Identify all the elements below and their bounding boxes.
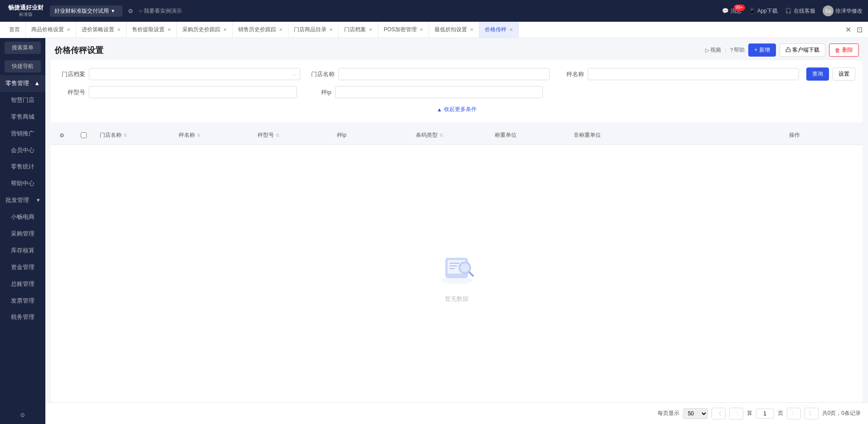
help-icon: ? — [730, 47, 733, 53]
table-col-3: 秤ip — [332, 128, 410, 143]
sidebar-item-13[interactable]: 发票管理 — [0, 293, 45, 309]
app-subtitle: 标准版 — [19, 11, 33, 18]
version-selector[interactable]: 好业财标准版交付试用 ▾ — [50, 5, 122, 17]
tab-close-10[interactable]: ✕ — [509, 27, 513, 32]
collapse-row: ▲ 收起更多条件 — [58, 104, 855, 115]
add-button[interactable]: + 新增 — [748, 43, 775, 57]
table-col-4[interactable]: 条码类型⇅ — [410, 128, 489, 143]
search-menu-button[interactable]: 搜索菜单 — [5, 42, 41, 54]
tab-close-7[interactable]: ✕ — [369, 27, 372, 32]
tab-5[interactable]: 销售历史价跟踪✕ — [233, 22, 288, 38]
sort-icon-1: ⇅ — [197, 133, 200, 138]
tab-10[interactable]: 价格传秤✕ — [479, 22, 519, 38]
sidebar-item-12[interactable]: 总账管理 — [0, 276, 45, 293]
tab-close-8[interactable]: ✕ — [419, 27, 423, 32]
sidebar-item-6[interactable]: 帮助中心 — [0, 175, 45, 192]
tab-close-1[interactable]: ✕ — [67, 27, 70, 32]
tab-1[interactable]: 商品价格设置✕ — [26, 22, 76, 38]
store-file-input[interactable] — [89, 68, 300, 80]
page-actions: ▷ 视频 | ? 帮助 + 新增 凸 客户端下载 🗑 删除 — [705, 43, 859, 57]
next-page-button[interactable]: 〉 — [787, 408, 801, 419]
sidebar-item-2[interactable]: 零售商城 — [0, 109, 45, 125]
prev-page-button[interactable]: 〈 — [729, 408, 743, 419]
demo-link[interactable]: ○ 我要看实例演示 — [139, 7, 182, 15]
divider: | — [725, 47, 726, 53]
sidebar-item-label-9: 采购管理 — [11, 230, 34, 238]
ellipsis-icon[interactable]: ··· — [292, 71, 297, 77]
filter-row-2: 秤型号 秤ip — [58, 86, 855, 98]
online-service-button[interactable]: 🎧 在线客服 — [785, 7, 815, 15]
sidebar-item-label-8: 小畅电商 — [11, 213, 34, 221]
collapse-button[interactable]: ▲ 收起更多条件 — [435, 104, 478, 115]
checkbox-all[interactable] — [81, 132, 87, 138]
sidebar: 搜索菜单 快捷导航 零售管理▲智慧门店零售商城营销推广会员中心零售统计帮助中心批… — [0, 38, 45, 424]
last-page-button[interactable]: 》 — [805, 408, 819, 419]
app-download-icon: 📱 — [749, 8, 756, 14]
tab-close-4[interactable]: ✕ — [223, 27, 227, 32]
col-label-3: 秤ip — [337, 131, 346, 139]
tab-8[interactable]: POS加密管理✕ — [378, 22, 429, 38]
tab-close-5[interactable]: ✕ — [279, 27, 283, 32]
main-layout: 搜索菜单 快捷导航 零售管理▲智慧门店零售商城营销推广会员中心零售统计帮助中心批… — [0, 38, 868, 424]
tab-2[interactable]: 进价策略设置✕ — [76, 22, 127, 38]
delete-button[interactable]: 🗑 删除 — [829, 43, 859, 57]
tab-close-6[interactable]: ✕ — [329, 27, 333, 32]
scale-model-label: 秤型号 — [58, 88, 85, 96]
filter-scale-name: 秤名称 — [557, 68, 799, 80]
tab-label-8: POS加密管理 — [384, 26, 417, 34]
tab-9[interactable]: 最低折扣设置✕ — [429, 22, 479, 38]
table-settings-icon[interactable]: ⚙ — [51, 129, 73, 142]
tab-label-5: 销售历史价跟踪 — [238, 26, 276, 34]
sidebar-item-10[interactable]: 库存核算 — [0, 242, 45, 259]
sidebar-item-label-10: 库存核算 — [11, 247, 34, 255]
filter-store-file: 门店档案 ··· — [58, 68, 300, 80]
scale-ip-input[interactable] — [335, 86, 543, 98]
scale-model-input[interactable] — [89, 86, 297, 98]
per-page-select[interactable]: 102050100 — [683, 408, 708, 419]
tab-4[interactable]: 采购历史价跟踪✕ — [177, 22, 233, 38]
query-button[interactable]: 查询 — [806, 67, 829, 81]
table-checkbox-all[interactable] — [73, 129, 94, 142]
first-page-button[interactable]: 《 — [712, 408, 726, 419]
tab-7[interactable]: 门店档案✕ — [339, 22, 378, 38]
message-button[interactable]: 💬 消息 99+ — [722, 7, 741, 15]
sidebar-item-5[interactable]: 零售统计 — [0, 159, 45, 175]
table-col-2[interactable]: 秤型号⇅ — [252, 128, 331, 143]
tab-3[interactable]: 售价提取设置✕ — [127, 22, 177, 38]
col-label-5: 称重单位 — [495, 131, 517, 139]
help-link[interactable]: ? 帮助 — [730, 46, 745, 54]
tab-close-2[interactable]: ✕ — [117, 27, 121, 32]
tab-close-3[interactable]: ✕ — [167, 27, 171, 32]
sidebar-item-7[interactable]: 批发管理▾ — [0, 192, 45, 209]
sidebar-item-1[interactable]: 智慧门店 — [0, 92, 45, 109]
page-number-input[interactable] — [756, 409, 774, 419]
filter-scale-ip: 秤ip — [304, 86, 543, 98]
page-suffix-label: 页 — [778, 410, 783, 417]
col-label-2: 秤型号 — [258, 131, 274, 139]
sidebar-item-14[interactable]: 税务管理 — [0, 309, 45, 326]
sidebar-item-4[interactable]: 会员中心 — [0, 142, 45, 159]
tab-0[interactable]: 首页 — [4, 22, 26, 38]
scale-name-input[interactable] — [588, 68, 799, 80]
quick-nav-button[interactable]: 快捷导航 — [5, 60, 41, 72]
video-link[interactable]: ▷ 视频 — [705, 46, 721, 54]
store-name-input[interactable] — [338, 68, 550, 80]
tab-close-9[interactable]: ✕ — [470, 27, 473, 32]
top-settings-button[interactable]: ⚙ — [126, 6, 135, 16]
table-col-1[interactable]: 秤名称⇅ — [173, 128, 252, 143]
set-button[interactable]: 设置 — [833, 67, 855, 81]
sidebar-settings-button[interactable]: ⚙ — [18, 410, 27, 420]
user-info[interactable]: Ea 徐泽华修改 — [823, 5, 863, 16]
sidebar-item-0[interactable]: 零售管理▲ — [0, 75, 45, 92]
download-button[interactable]: 凸 客户端下载 — [780, 43, 825, 57]
sidebar-item-11[interactable]: 资金管理 — [0, 259, 45, 276]
table-col-0[interactable]: 门店名称⇅ — [94, 128, 173, 143]
scale-ip-label: 秤ip — [304, 88, 332, 96]
tab-6[interactable]: 门店商品目录✕ — [288, 22, 339, 38]
sidebar-item-8[interactable]: 小畅电商 — [0, 209, 45, 226]
app-download-button[interactable]: 📱 App下载 — [749, 7, 778, 15]
expand-tab-button[interactable]: ⊡ — [855, 24, 864, 36]
sidebar-item-9[interactable]: 采购管理 — [0, 226, 45, 242]
close-all-tabs-button[interactable]: ✕ — [844, 24, 853, 36]
sidebar-item-3[interactable]: 营销推广 — [0, 125, 45, 142]
